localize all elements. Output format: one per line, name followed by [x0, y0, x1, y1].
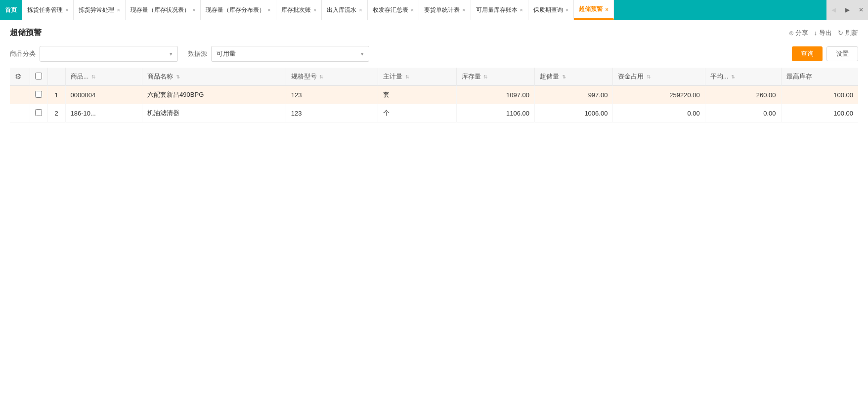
- nav-tab-stock-dist-label: 现存量（库存分布表）: [206, 6, 265, 14]
- page-header: 超储预警 ⎋ 分享 ↓ 导出 ↻ 刷新: [10, 28, 858, 38]
- row-spec-1: 123: [286, 104, 378, 122]
- col-header-avg[interactable]: 平均... ⇅: [705, 68, 781, 86]
- row-product-code-1: 186-10...: [65, 104, 142, 122]
- col-product-name-sort-icon: ⇅: [176, 74, 180, 79]
- datasource-value: 可用量: [217, 49, 236, 58]
- nav-close-btn[interactable]: ✕: [854, 0, 868, 20]
- nav-next-btn[interactable]: ▶: [840, 0, 854, 20]
- close-batch-icon[interactable]: ×: [313, 7, 316, 13]
- col-product-name-label: 商品名称: [147, 73, 173, 80]
- col-max-stock-label: 最高库存: [786, 73, 812, 80]
- nav-tab-summary[interactable]: 收发存汇总表 ×: [368, 0, 419, 20]
- nav-close-icon: ✕: [859, 6, 864, 13]
- close-inout-flow-icon[interactable]: ×: [359, 7, 362, 13]
- row-settings-cell: [10, 86, 30, 104]
- close-available-icon[interactable]: ×: [520, 7, 523, 13]
- close-stock-dist-icon[interactable]: ×: [267, 7, 270, 13]
- table-gear-icon[interactable]: ⚙: [15, 72, 21, 80]
- export-button[interactable]: ↓ 导出: [814, 29, 832, 38]
- col-header-unit[interactable]: 主计量 ⇅: [378, 68, 456, 86]
- nav-tab-summary-label: 收发存汇总表: [373, 6, 408, 14]
- settings-button[interactable]: 设置: [826, 46, 858, 61]
- table-row: 1 0000004 六配套新昌490BPG 123 套 1097.00 997.…: [10, 86, 858, 104]
- row-stock-1: 1106.00: [456, 104, 534, 122]
- row-product-name-0: 六配套新昌490BPG: [142, 86, 286, 104]
- row-overstock-1: 1006.00: [535, 104, 613, 122]
- share-button[interactable]: ⎋ 分享: [789, 29, 808, 38]
- refresh-icon: ↻: [838, 29, 843, 37]
- datasource-select[interactable]: 可用量 ▾: [211, 46, 369, 62]
- close-task-mgmt-icon[interactable]: ×: [65, 7, 68, 13]
- nav-tab-inout-flow[interactable]: 出入库流水 ×: [322, 0, 367, 20]
- close-quality-icon[interactable]: ×: [565, 7, 568, 13]
- nav-tab-abnormal[interactable]: 拣货异常处理 ×: [74, 0, 125, 20]
- col-header-max-stock[interactable]: 最高库存: [781, 68, 858, 86]
- row-max-stock-1: 100.00: [781, 104, 858, 122]
- row-avg-1: 0.00: [705, 104, 781, 122]
- col-header-product-name[interactable]: 商品名称 ⇅: [142, 68, 286, 86]
- close-stock-status-icon[interactable]: ×: [192, 7, 195, 13]
- nav-tab-task-mgmt[interactable]: 拣货任务管理 ×: [22, 0, 74, 20]
- col-spec-label: 规格型号: [291, 73, 317, 80]
- refresh-button[interactable]: ↻ 刷新: [838, 29, 858, 38]
- query-button[interactable]: 查询: [792, 46, 823, 61]
- row-avg-0: 260.00: [705, 86, 781, 104]
- col-header-product-code[interactable]: 商品... ⇅: [65, 68, 142, 86]
- nav-prev-btn[interactable]: ◀: [826, 0, 840, 20]
- nav-tab-quality[interactable]: 保质期查询 ×: [528, 0, 574, 20]
- nav-tab-task-mgmt-label: 拣货任务管理: [27, 6, 63, 14]
- col-header-overstock[interactable]: 超储量 ⇅: [535, 68, 613, 86]
- col-overstock-sort-icon: ⇅: [562, 74, 566, 79]
- row-checkbox-0[interactable]: [35, 91, 42, 98]
- row-overstock-0: 997.00: [535, 86, 613, 104]
- close-overstock-icon[interactable]: ×: [605, 6, 608, 12]
- datasource-arrow-icon: ▾: [361, 51, 364, 57]
- nav-tab-batch[interactable]: 库存批次账 ×: [276, 0, 322, 20]
- close-abnormal-icon[interactable]: ×: [117, 7, 120, 13]
- datasource-filter: 数据源 可用量 ▾: [188, 46, 369, 62]
- col-stock-label: 库存量: [462, 73, 481, 80]
- col-header-spec[interactable]: 规格型号 ⇅: [286, 68, 378, 86]
- col-avg-sort-icon: ⇅: [731, 74, 735, 79]
- nav-tab-available[interactable]: 可用量库存账本 ×: [471, 0, 528, 20]
- category-select[interactable]: ▾: [40, 46, 178, 62]
- row-checkbox-cell: [30, 104, 47, 122]
- col-overstock-label: 超储量: [540, 73, 559, 80]
- nav-tab-abnormal-label: 拣货异常处理: [79, 6, 114, 14]
- share-label: 分享: [795, 29, 808, 38]
- select-all-checkbox[interactable]: [35, 73, 42, 79]
- nav-tab-home[interactable]: 首页: [0, 0, 22, 20]
- share-icon: ⎋: [789, 29, 793, 37]
- row-product-code-0: 0000004: [65, 86, 142, 104]
- nav-tab-order-stats-label: 要货单统计表: [424, 6, 460, 14]
- row-stock-0: 1097.00: [456, 86, 534, 104]
- nav-tab-stock-dist[interactable]: 现存量（库存分布表） ×: [201, 0, 276, 20]
- nav-tab-stock-status[interactable]: 现存量（库存状况表） ×: [126, 0, 201, 20]
- col-header-stock[interactable]: 库存量 ⇅: [456, 68, 534, 86]
- row-index-1: 2: [47, 104, 65, 122]
- page-title: 超储预警: [10, 28, 42, 38]
- col-header-settings: ⚙: [10, 68, 30, 86]
- close-order-stats-icon[interactable]: ×: [462, 7, 465, 13]
- category-arrow-icon: ▾: [170, 51, 173, 57]
- nav-tab-available-label: 可用量库存账本: [476, 6, 518, 14]
- datasource-label: 数据源: [188, 49, 207, 58]
- nav-tab-overstock[interactable]: 超储预警 ×: [574, 0, 613, 20]
- data-table: ⚙ 商品... ⇅ 商品名称 ⇅ 规格型号 ⇅: [10, 68, 858, 122]
- row-max-stock-0: 100.00: [781, 86, 858, 104]
- close-summary-icon[interactable]: ×: [411, 7, 414, 13]
- table-body: 1 0000004 六配套新昌490BPG 123 套 1097.00 997.…: [10, 86, 858, 122]
- row-capital-1: 0.00: [613, 104, 705, 122]
- col-stock-sort-icon: ⇅: [483, 74, 487, 79]
- export-label: 导出: [819, 29, 832, 38]
- row-capital-0: 259220.00: [613, 86, 705, 104]
- col-capital-label: 资金占用: [618, 73, 644, 80]
- row-index-0: 1: [47, 86, 65, 104]
- nav-next-icon: ▶: [845, 6, 850, 13]
- nav-tab-order-stats[interactable]: 要货单统计表 ×: [419, 0, 471, 20]
- col-header-checkbox: [30, 68, 47, 86]
- filter-actions: 查询 设置: [792, 46, 858, 61]
- refresh-label: 刷新: [845, 29, 858, 38]
- row-checkbox-1[interactable]: [35, 109, 42, 116]
- col-header-capital[interactable]: 资金占用 ⇅: [613, 68, 705, 86]
